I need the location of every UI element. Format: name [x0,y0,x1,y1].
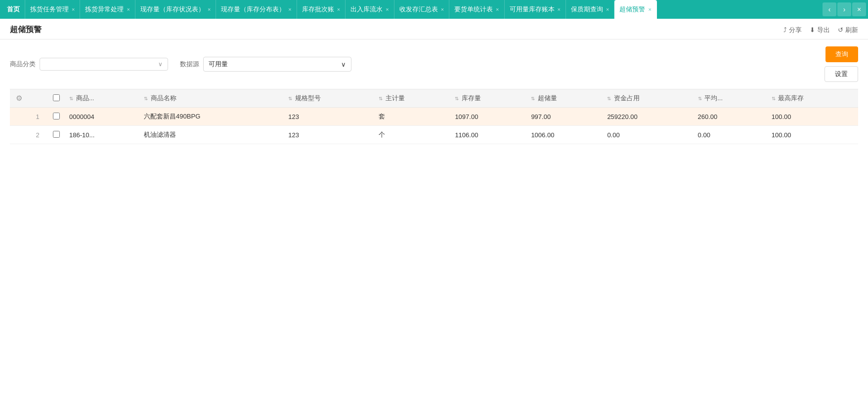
gear-settings-icon[interactable]: ⚙ [16,94,22,102]
row-capital: 0.00 [603,126,694,144]
row-code: 0000004 [65,108,140,126]
share-icon: ⤴ [783,26,787,34]
datasource-select-text: 可用量 [209,60,228,69]
row-code: 186-10... [65,126,140,144]
category-select[interactable]: ∨ [40,58,168,71]
row-checkbox[interactable] [53,131,60,138]
col-header-capital[interactable]: ⇅ 资金占用 [603,89,694,108]
filter-buttons: 查询 设置 [825,46,858,82]
close-tab-inout-icon[interactable]: × [386,6,389,12]
close-tab-abnormal-icon[interactable]: × [127,6,130,12]
sort-code-icon: ⇅ [69,96,73,101]
col-header-unit[interactable]: ⇅ 主计量 [375,89,451,108]
export-icon: ⬇ [810,26,815,34]
query-button[interactable]: 查询 [825,46,858,62]
table-header-row: ⚙ ⇅ 商品... ⇅ 商品名称 ⇅ 规格型号 [10,89,858,108]
row-avg: 0.00 [694,126,768,144]
sort-capital-icon: ⇅ [607,96,611,101]
nav-close-button[interactable]: × [852,2,866,16]
datasource-label: 数据源 [180,60,199,69]
nav-tab-stock-status[interactable]: 现存量（库存状况表） × [135,0,216,19]
row-over: 997.00 [527,108,603,126]
nav-tab-batch-label: 库存批次账 [302,5,334,14]
col-header-avg[interactable]: ⇅ 平均... [694,89,768,108]
datasource-chevron-icon: ∨ [341,61,346,68]
col-header-name[interactable]: ⇅ 商品名称 [140,89,284,108]
nav-tab-inout-label: 出入库流水 [350,5,383,14]
close-tab-overstock-icon[interactable]: × [648,6,651,12]
row-checkbox-cell [47,108,65,126]
nav-tab-collect-label: 收发存汇总表 [399,5,438,14]
page-title: 超储预警 [10,25,42,35]
row-spec: 123 [284,126,375,144]
close-tab-available-icon[interactable]: × [558,6,561,12]
close-tab-stock-status-icon[interactable]: × [208,6,211,12]
row-name: 六配套新昌490BPG [140,108,284,126]
nav-next-button[interactable]: › [837,2,851,16]
nav-tab-overstock[interactable]: 超储预警 × [614,0,656,19]
col-header-spec[interactable]: ⇅ 规格型号 [284,89,375,108]
nav-tab-stock-status-label: 现存量（库存状况表） [140,5,205,14]
row-spec: 123 [284,108,375,126]
nav-tab-batch[interactable]: 库存批次账 × [297,0,346,19]
col-header-gear: ⚙ [10,89,28,108]
nav-tab-task[interactable]: 拣货任务管理 × [25,0,80,19]
category-label: 商品分类 [10,60,36,69]
col-header-stock[interactable]: ⇅ 库存量 [451,89,527,108]
nav-tab-stock-dist[interactable]: 现存量（库存分布表） × [216,0,297,19]
nav-home-label: 首页 [7,5,20,14]
close-tab-task-icon[interactable]: × [72,6,75,12]
export-button[interactable]: ⬇ 导出 [810,26,830,35]
sort-spec-icon: ⇅ [288,96,292,101]
sort-unit-icon: ⇅ [379,96,383,101]
refresh-icon: ↺ [838,26,843,34]
col-header-over[interactable]: ⇅ 超储量 [527,89,603,108]
sort-over-icon: ⇅ [531,96,535,101]
close-tab-collect-icon[interactable]: × [441,6,444,12]
nav-tab-overstock-label: 超储预警 [619,5,645,14]
nav-tab-order[interactable]: 要货单统计表 × [449,0,504,19]
category-filter-group: 商品分类 ∨ [10,58,168,71]
share-button[interactable]: ⤴ 分享 [783,26,802,35]
nav-tab-task-label: 拣货任务管理 [30,5,69,14]
table-row: 2 186-10... 机油滤清器 123 个 1106.00 1006.00 … [10,126,858,144]
row-gear-cell [10,108,28,126]
datasource-select[interactable]: 可用量 ∨ [203,57,351,72]
nav-prev-button[interactable]: ‹ [823,2,836,16]
close-tab-order-icon[interactable]: × [496,6,499,12]
nav-tab-abnormal[interactable]: 拣货异常处理 × [80,0,135,19]
share-label: 分享 [789,26,802,35]
row-over: 1006.00 [527,126,603,144]
row-maxstock: 100.00 [768,108,858,126]
row-stock: 1097.00 [451,108,527,126]
col-header-code[interactable]: ⇅ 商品... [65,89,140,108]
sort-stock-icon: ⇅ [455,96,459,101]
select-all-checkbox[interactable] [53,94,60,101]
sort-name-icon: ⇅ [144,96,148,101]
row-checkbox[interactable] [53,113,60,119]
nav-home[interactable]: 首页 [2,0,25,19]
nav-tab-expiry[interactable]: 保质期查询 × [566,0,614,19]
nav-tab-available-label: 可用量库存账本 [510,5,555,14]
table-row: 1 0000004 六配套新昌490BPG 123 套 1097.00 997.… [10,108,858,126]
nav-tab-order-label: 要货单统计表 [454,5,493,14]
nav-tab-collect[interactable]: 收发存汇总表 × [394,0,449,19]
sort-avg-icon: ⇅ [698,96,702,101]
settings-button[interactable]: 设置 [825,66,858,82]
nav-tab-inout[interactable]: 出入库流水 × [346,0,394,19]
table-container: ⚙ ⇅ 商品... ⇅ 商品名称 ⇅ 规格型号 [0,89,868,144]
nav-tab-abnormal-label: 拣货异常处理 [85,5,124,14]
close-tab-batch-icon[interactable]: × [337,6,340,12]
refresh-button[interactable]: ↺ 刷新 [838,26,858,35]
category-chevron-icon: ∨ [158,61,163,68]
export-label: 导出 [817,26,830,35]
nav-tab-expiry-label: 保质期查询 [571,5,603,14]
filter-area: 商品分类 ∨ 数据源 可用量 ∨ 查询 设置 [0,40,868,89]
col-header-maxstock[interactable]: ⇅ 最高库存 [768,89,858,108]
row-unit: 套 [375,108,451,126]
nav-tab-available[interactable]: 可用量库存账本 × [505,0,566,19]
refresh-label: 刷新 [845,26,858,35]
top-navigation: 首页 拣货任务管理 × 拣货异常处理 × 现存量（库存状况表） × 现存量（库存… [0,0,868,19]
close-tab-expiry-icon[interactable]: × [606,6,609,12]
close-tab-stock-dist-icon[interactable]: × [288,6,291,12]
